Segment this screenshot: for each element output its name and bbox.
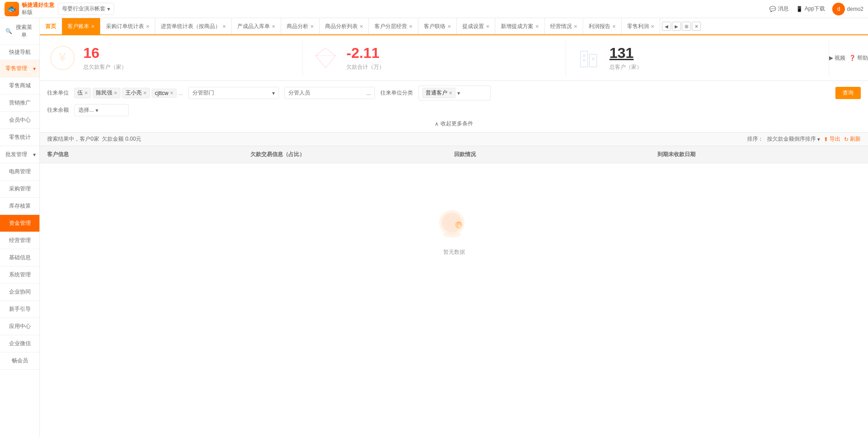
remove-icon-wu[interactable]: ✕ — [84, 90, 88, 95]
sidebar-item-marketing[interactable]: 营销推广 — [0, 95, 39, 112]
filter-tag-wu[interactable]: 伍 ✕ — [74, 88, 91, 98]
app-download-label: App下载 — [805, 5, 825, 13]
sidebar-item-retail[interactable]: 零售管理 ▾ — [0, 60, 39, 77]
close-icon[interactable]: ✕ — [574, 24, 577, 29]
sidebar-item-vip[interactable]: 畅会员 — [0, 352, 39, 370]
remove-icon-ordinary[interactable]: ✕ — [449, 90, 452, 95]
close-icon[interactable]: ✕ — [91, 24, 95, 29]
filter-dept-label: 分管部门 — [192, 89, 214, 97]
top-bar: 🐟 畅捷通好生意 标版 母婴行业演示帐套 ▾ 💬 消息 📱 App下载 d de… — [0, 0, 868, 18]
tab-home[interactable]: 首页 — [40, 18, 62, 34]
sidebar-item-retail-mall[interactable]: 零售商城 — [0, 77, 39, 95]
filter-category-select[interactable]: 普通客户 ✕ ▾ — [418, 86, 491, 100]
tab-profit-report[interactable]: 利润报告 ✕ — [583, 18, 622, 34]
filter-tag-cjttcw[interactable]: cjttcw ✕ — [152, 89, 177, 98]
search-menu-button[interactable]: 🔍 搜索菜单 — [4, 22, 36, 41]
close-icon[interactable]: ✕ — [447, 24, 451, 29]
filter-more-icon[interactable]: ... — [178, 90, 183, 96]
tab-purchase-order-stats[interactable]: 采购订单统计表 ✕ — [101, 18, 155, 34]
quick-nav-label: 快捷导航 — [9, 49, 31, 55]
empty-state: 暂无数据 — [40, 163, 868, 299]
close-icon[interactable]: ✕ — [272, 24, 275, 29]
tab-customer-ledger-label: 客户账本 — [67, 23, 89, 30]
remove-icon-chen[interactable]: ✕ — [114, 90, 117, 95]
sidebar-item-wechat-label: 企业微信 — [9, 340, 31, 347]
tab-customer-ledger[interactable]: 客户账本 ✕ — [62, 18, 101, 34]
sidebar-item-apps[interactable]: 应用中心 — [0, 318, 39, 335]
video-button[interactable]: ▶ 视频 — [829, 54, 845, 62]
tab-product-storage[interactable]: 产成品入库单 ✕ — [232, 18, 281, 34]
logo-version: 标版 — [22, 9, 54, 16]
results-summary: 搜索结果中，客户0家 — [47, 135, 99, 143]
close-icon[interactable]: ✕ — [409, 24, 412, 29]
help-button[interactable]: ❓ 帮助 — [849, 54, 868, 62]
sidebar-item-system[interactable]: 系统管理 — [0, 266, 39, 284]
sidebar-item-guide[interactable]: 新手引导 — [0, 301, 39, 318]
tab-expand-button[interactable]: ⊞ — [682, 22, 691, 31]
close-icon[interactable]: ✕ — [535, 24, 539, 29]
tab-goods-analysis[interactable]: 商品分析 ✕ — [281, 18, 320, 34]
tab-commission-settings-label: 提成设置 — [462, 23, 484, 30]
user-menu[interactable]: d demo2 — [832, 3, 863, 15]
filter-tag-wang[interactable]: 王小亮 ✕ — [122, 88, 150, 98]
close-icon[interactable]: ✕ — [146, 24, 149, 29]
tab-goods-analysis-list[interactable]: 商品分析列表 ✕ — [320, 18, 369, 34]
filter-dept-select[interactable]: 分管部门 ▾ — [188, 87, 279, 99]
filter-tag-ordinary[interactable]: 普通客户 ✕ — [422, 88, 456, 98]
close-icon[interactable]: ✕ — [612, 24, 616, 29]
remove-icon-wang[interactable]: ✕ — [143, 90, 147, 95]
app-download-button[interactable]: 📱 App下载 — [796, 5, 825, 13]
empty-icon — [436, 207, 472, 243]
remove-icon-cjttcw[interactable]: ✕ — [170, 90, 173, 95]
tab-commission-settings[interactable]: 提成设置 ✕ — [457, 18, 495, 34]
refresh-button[interactable]: ↻ 刷新 — [844, 135, 861, 143]
sidebar-item-wechat[interactable]: 企业微信 — [0, 335, 39, 352]
sidebar-item-wholesale[interactable]: 批发管理 ▾ — [0, 146, 39, 163]
close-icon[interactable]: ✕ — [310, 24, 314, 29]
sidebar-item-basics[interactable]: 基础信息 — [0, 249, 39, 266]
filter-tag-chen[interactable]: 陈民强 ✕ — [93, 88, 120, 98]
collapse-button[interactable]: ∧ 收起更多条件 — [435, 120, 473, 128]
sidebar-item-quick-nav[interactable]: 快捷导航 — [0, 45, 39, 60]
sidebar-item-member[interactable]: 会员中心 — [0, 112, 39, 129]
tab-customer-layer[interactable]: 客户分层经营 ✕ — [369, 18, 418, 34]
filter-person-more: ... — [366, 90, 371, 96]
filter-tag-wu-label: 伍 — [77, 89, 83, 97]
filter-tag-cjttcw-label: cjttcw — [155, 90, 168, 96]
sidebar-item-finance[interactable]: 资金管理 — [0, 215, 39, 232]
table-col-repayment: 回款情况 — [454, 151, 657, 158]
tab-goods-stats[interactable]: 进货单统计表（按商品） ✕ — [155, 18, 232, 34]
close-icon[interactable]: ✕ — [651, 24, 654, 29]
query-button[interactable]: 查询 — [835, 87, 861, 99]
filter-balance-select[interactable]: 选择... ▾ — [74, 104, 129, 116]
sidebar-item-ecommerce[interactable]: 电商管理 — [0, 163, 39, 180]
sidebar-item-retail-label: 零售管理 — [5, 65, 27, 72]
sidebar-item-enterprise[interactable]: 企业协同 — [0, 284, 39, 301]
filter-unit-label: 往来单位 — [47, 89, 69, 97]
close-icon[interactable]: ✕ — [486, 24, 489, 29]
sidebar-item-retail-stats[interactable]: 零售统计 — [0, 129, 39, 146]
svg-rect-7 — [583, 59, 585, 62]
message-button[interactable]: 💬 消息 — [769, 5, 789, 13]
sidebar-item-inventory[interactable]: 库存核算 — [0, 198, 39, 215]
sidebar-item-operations[interactable]: 经营管理 — [0, 232, 39, 249]
account-selector[interactable]: 母婴行业演示帐套 ▾ — [58, 3, 114, 15]
close-icon[interactable]: ✕ — [222, 24, 226, 29]
filter-person-select[interactable]: 分管人员 ... — [284, 87, 375, 99]
tab-retail-profit[interactable]: 零售利润 ✕ — [622, 18, 660, 34]
stats-row: ¥ 16 总欠款客户（家） — [40, 35, 868, 81]
tab-new-commission[interactable]: 新增提成方案 ✕ — [495, 18, 545, 34]
sidebar-item-enterprise-label: 企业协同 — [9, 289, 31, 295]
tab-close-all-button[interactable]: ✕ — [692, 22, 701, 31]
filter-balance-placeholder: 选择... — [78, 106, 94, 114]
tab-next-button[interactable]: ▶ — [672, 22, 681, 31]
export-button[interactable]: ⬆ 导出 — [824, 135, 840, 143]
tab-operations[interactable]: 经营情况 ✕ — [545, 18, 583, 34]
sidebar-item-purchase[interactable]: 采购管理 — [0, 180, 39, 198]
tab-prev-button[interactable]: ◀ — [662, 22, 671, 31]
tab-customer-contact[interactable]: 客户联络 ✕ — [418, 18, 457, 34]
search-menu-label: 搜索菜单 — [14, 24, 34, 39]
filter-row-2: 往来余额 选择... ▾ — [47, 104, 861, 116]
close-icon[interactable]: ✕ — [360, 24, 363, 29]
sort-select[interactable]: 按欠款金额倒序排序 ▾ — [767, 135, 820, 143]
